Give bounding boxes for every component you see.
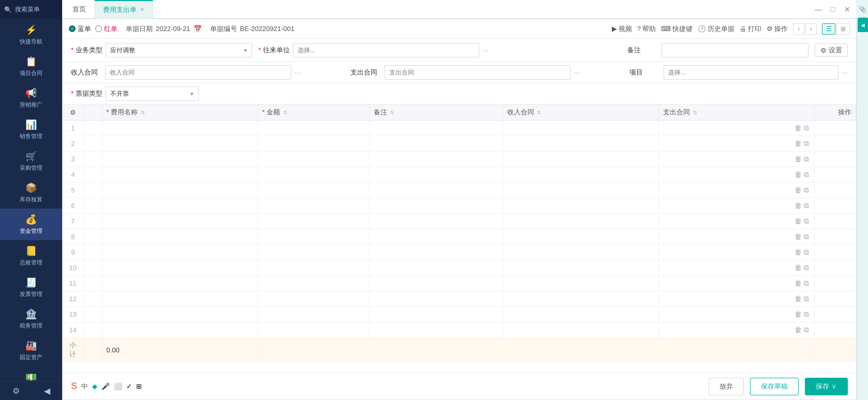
copy-icon-4[interactable]: ⧉ [804, 170, 809, 179]
biz-type-select[interactable]: 应付调整 [106, 43, 253, 57]
sidebar-item-inventory[interactable]: 📦库存核算 [0, 177, 62, 209]
cell-expense-contract-9[interactable] [503, 245, 658, 260]
cell-income-contract-4[interactable] [369, 167, 503, 183]
copy-icon-14[interactable]: ⧉ [804, 325, 809, 334]
delete-icon-1[interactable]: 🗑 [795, 124, 802, 132]
delete-icon-2[interactable]: 🗑 [795, 139, 802, 147]
nav-next-button[interactable]: › [805, 23, 817, 35]
delete-icon-11[interactable]: 🗑 [795, 279, 802, 287]
cell-amount-10[interactable] [102, 260, 258, 276]
project-input[interactable] [664, 65, 838, 80]
counterpart-input[interactable] [293, 43, 479, 57]
view-grid-button[interactable]: ⊞ [836, 23, 850, 35]
cell-expense-contract-8[interactable] [503, 229, 658, 245]
cell-income-contract-12[interactable] [369, 291, 503, 307]
remark-input[interactable] [661, 43, 808, 57]
sort-expense-icon[interactable]: ⇅ [693, 110, 697, 115]
cell-note-12[interactable] [258, 291, 369, 307]
save-draft-button[interactable]: 保存草稿 [750, 378, 799, 395]
cell-note-7[interactable] [258, 214, 369, 229]
delete-icon-5[interactable]: 🗑 [795, 186, 802, 194]
cell-note-6[interactable] [258, 198, 369, 214]
income-contract-ellipsis-icon[interactable]: ··· [295, 68, 301, 77]
copy-icon-5[interactable]: ⧉ [804, 186, 809, 194]
copy-icon-3[interactable]: ⧉ [804, 155, 809, 163]
delete-icon-4[interactable]: 🗑 [795, 170, 802, 179]
delete-icon-9[interactable]: 🗑 [795, 248, 802, 256]
sidebar-item-purchase-mgmt[interactable]: 🛒采购管理 [0, 145, 62, 177]
cell-note-14[interactable] [258, 322, 369, 338]
cell-expense-contract-3[interactable] [503, 152, 658, 167]
delete-icon-10[interactable]: 🗑 [795, 263, 802, 272]
cell-expense-name-9[interactable] [83, 245, 102, 260]
income-contract-input[interactable] [105, 65, 291, 80]
sidebar-item-capital-mgmt[interactable]: 💰资金管理 [0, 209, 62, 240]
cell-income-contract-14[interactable] [369, 322, 503, 338]
cell-expense-name-7[interactable] [83, 214, 102, 229]
cell-note-4[interactable] [258, 167, 369, 183]
cell-income-contract-9[interactable] [369, 245, 503, 260]
cell-amount-8[interactable] [102, 229, 258, 245]
expense-contract-ellipsis-icon[interactable]: ··· [574, 68, 580, 77]
copy-icon-6[interactable]: ⧉ [804, 201, 809, 210]
cell-expense-contract-7[interactable] [503, 214, 658, 229]
cell-expense-name-5[interactable] [83, 183, 102, 198]
cell-amount-12[interactable] [102, 291, 258, 307]
cell-expense-contract-4[interactable] [503, 167, 658, 183]
sidebar-item-tax-mgmt[interactable]: 🏦税务管理 [0, 303, 62, 335]
radio-blue-label[interactable]: 蓝单 [69, 24, 91, 34]
print-button[interactable]: 🖨 打印 [740, 24, 761, 34]
cell-amount-6[interactable] [102, 198, 258, 214]
cell-note-13[interactable] [258, 307, 369, 322]
sidebar-item-ledger-mgmt[interactable]: 📒总账管理 [0, 240, 62, 272]
cell-amount-4[interactable] [102, 167, 258, 183]
cell-expense-name-2[interactable] [83, 136, 102, 152]
view-list-button[interactable]: ☰ [822, 23, 835, 35]
cell-amount-7[interactable] [102, 214, 258, 229]
close-button[interactable]: ✕ [840, 2, 855, 17]
sidebar-item-salary[interactable]: 💵工资 [0, 366, 62, 381]
sidebar-item-invoice-mgmt[interactable]: 🧾发票管理 [0, 272, 62, 303]
sort-income-icon[interactable]: ⇅ [537, 110, 541, 115]
sidebar-item-fixed-assets[interactable]: 🏭固定资产 [0, 335, 62, 366]
sidebar-item-sales-mgmt[interactable]: 📊销售管理 [0, 114, 62, 145]
cell-amount-14[interactable] [102, 322, 258, 338]
copy-icon-8[interactable]: ⧉ [804, 232, 809, 241]
cell-income-contract-1[interactable] [369, 121, 503, 136]
cell-expense-contract-14[interactable] [503, 322, 658, 338]
delete-icon-6[interactable]: 🗑 [795, 201, 802, 210]
delete-icon-8[interactable]: 🗑 [795, 232, 802, 241]
footer-icon-diamond[interactable]: ◆ [92, 382, 97, 390]
cell-note-1[interactable] [258, 121, 369, 136]
sidebar-item-project-contract[interactable]: 📋项目合同 [0, 51, 62, 82]
delete-icon-7[interactable]: 🗑 [795, 217, 802, 225]
sort-note-icon[interactable]: ⇅ [390, 110, 394, 115]
radio-red-input[interactable] [95, 25, 102, 32]
sort-expense-name-icon[interactable]: ⇅ [141, 110, 145, 115]
tab-expense[interactable]: 费用支出单 ✕ [95, 0, 153, 19]
cell-amount-11[interactable] [102, 276, 258, 291]
tab-home[interactable]: 首页 [64, 0, 95, 19]
copy-icon-10[interactable]: ⧉ [804, 263, 809, 272]
copy-icon-1[interactable]: ⧉ [804, 124, 809, 132]
shortcut-button[interactable]: ⌨ 快捷键 [661, 24, 693, 34]
cell-expense-contract-5[interactable] [503, 183, 658, 198]
cell-expense-contract-13[interactable] [503, 307, 658, 322]
right-bar-expand[interactable]: ◀ [858, 18, 868, 32]
delete-icon-13[interactable]: 🗑 [795, 310, 802, 318]
cell-amount-1[interactable] [102, 121, 258, 136]
cell-income-contract-2[interactable] [369, 136, 503, 152]
volume-icon[interactable]: ◀ [44, 386, 50, 396]
help-button[interactable]: ? 帮助 [637, 24, 656, 34]
cell-amount-9[interactable] [102, 245, 258, 260]
cell-note-2[interactable] [258, 136, 369, 152]
cell-income-contract-5[interactable] [369, 183, 503, 198]
th-gear[interactable]: ⚙ [63, 105, 83, 121]
footer-icon-square[interactable]: ⬜ [114, 382, 122, 390]
sidebar-search[interactable]: 🔍 搜索菜单 [0, 0, 62, 19]
cell-expense-name-13[interactable] [83, 307, 102, 322]
cell-income-contract-6[interactable] [369, 198, 503, 214]
footer-icon-mic[interactable]: 🎤 [101, 382, 110, 390]
cell-expense-name-4[interactable] [83, 167, 102, 183]
cell-expense-contract-1[interactable] [503, 121, 658, 136]
